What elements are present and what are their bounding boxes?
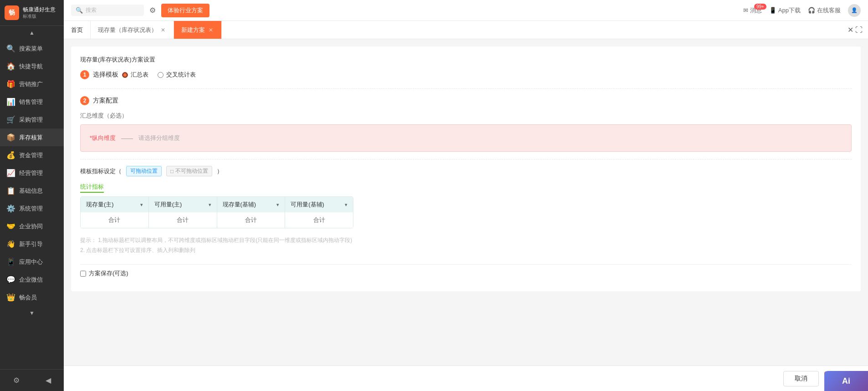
cart-icon: 🛒	[6, 115, 15, 124]
sidebar-item-marketing[interactable]: 🎁 营销推广	[0, 75, 64, 93]
wave-icon: 👋	[6, 240, 15, 248]
main-panel: 现存量(库存状况表)方案设置 1 选择模板 汇总表 交叉统计表	[71, 46, 861, 291]
fixed-tag-icon: □	[170, 168, 174, 175]
online-service-btn[interactable]: 🎧 在线客服	[808, 6, 841, 15]
scroll-up-btn[interactable]: ▲	[27, 28, 36, 38]
step2-header: 2 方案配置	[80, 96, 852, 105]
radio-cross-input[interactable]	[158, 72, 163, 78]
col-header-2[interactable]: 现存量(基辅) ▾	[217, 197, 286, 212]
message-badge: 99+	[754, 4, 766, 10]
sidebar-item-new-guide[interactable]: 👋 新手引导	[0, 235, 64, 253]
gift-icon: 🎁	[6, 80, 15, 88]
inventory-tab-label: 现存量（库存状况表）	[98, 26, 157, 34]
sidebar-item-operations[interactable]: 📈 经营管理	[0, 164, 64, 182]
ai-label: Ai	[842, 376, 850, 386]
col-header-0[interactable]: 现存量(主) ▾	[81, 197, 149, 212]
app-logo-icon: 畅	[5, 5, 19, 20]
template-radio-group: 汇总表 交叉统计表	[122, 71, 196, 79]
trial-button[interactable]: 体验行业方案	[161, 4, 209, 17]
col-dropdown-3[interactable]: ▾	[345, 202, 347, 208]
app-edition: 标准版	[23, 13, 56, 20]
scroll-down-btn[interactable]: ▼	[27, 308, 36, 318]
sidebar-item-app-center[interactable]: 📱 应用中心	[0, 253, 64, 271]
sidebar-item-basic-info[interactable]: 📋 基础信息	[0, 182, 64, 200]
tab-close-inventory[interactable]: ✕	[160, 27, 166, 33]
radio-summary-label: 汇总表	[131, 71, 148, 79]
app-download-btn[interactable]: 📱 App下载	[769, 6, 801, 15]
fixed-tag: □ 不可拖动位置	[166, 166, 212, 176]
cell-1: 合计	[149, 212, 217, 228]
col-dropdown-1[interactable]: ▾	[209, 202, 211, 208]
sidebar-item-inventory[interactable]: 📦 库存核算	[0, 129, 64, 146]
cell-3: 合计	[285, 212, 353, 228]
sidebar-settings-btn[interactable]: ⚙	[10, 373, 22, 387]
handshake-icon: 🤝	[6, 222, 15, 231]
indicators-main-label: 模板指标设定（	[80, 167, 122, 175]
sidebar-item-purchase[interactable]: 🛒 采购管理	[0, 111, 64, 129]
sidebar-collapse-btn[interactable]: ◀	[43, 373, 54, 387]
col-label-2: 现存量(基辅)	[223, 201, 256, 209]
col-header-1[interactable]: 可用量(主) ▾	[149, 197, 217, 212]
indicators-close: ）	[217, 167, 223, 175]
tab-home[interactable]: 首页	[64, 21, 91, 39]
search-menu-icon: 🔍	[6, 44, 15, 53]
content-area: 现存量(库存状况表)方案设置 1 选择模板 汇总表 交叉统计表	[64, 39, 868, 365]
tab-close-all-btn[interactable]: ✕	[848, 26, 853, 34]
trend-icon: 📈	[6, 169, 15, 177]
radio-summary-input[interactable]	[122, 72, 128, 78]
sidebar-item-finance[interactable]: 💰 资金管理	[0, 146, 64, 164]
sidebar-item-member[interactable]: 👑 畅会员	[0, 288, 64, 306]
step2-section: 2 方案配置 汇总维度（必选） *纵向维度 —— 请选择分组维度 模板指标设定（…	[80, 96, 852, 255]
hint-section: 提示： 1.拖动标题栏可以调整布局，不可跨维度或指标区域拖动栏目字段(只能在同一…	[80, 236, 852, 255]
service-icon: 🎧	[808, 7, 815, 14]
sidebar-item-quick-nav[interactable]: 🏠 快捷导航	[0, 57, 64, 75]
sidebar-item-search[interactable]: 🔍 搜索菜单	[0, 40, 64, 57]
aggregate-label: 汇总维度（必选）	[80, 112, 852, 120]
save-option: 方案保存(可选)	[80, 264, 852, 282]
col-header-3[interactable]: 可用量(基辅) ▾	[285, 197, 353, 212]
stats-table-header: 现存量(主) ▾ 可用量(主) ▾ 现存量(基辅) ▾ 可用量(基辅)	[81, 197, 353, 212]
save-checkbox[interactable]	[80, 271, 86, 277]
tab-close-new-plan[interactable]: ✕	[208, 27, 214, 33]
col-dropdown-2[interactable]: ▾	[276, 202, 279, 208]
dimension-separator: ——	[121, 135, 133, 142]
sidebar-item-enterprise-wechat[interactable]: 💬 企业微信	[0, 271, 64, 288]
sidebar-item-system[interactable]: ⚙️ 系统管理	[0, 200, 64, 217]
dimension-box[interactable]: *纵向维度 —— 请选择分组维度	[80, 124, 852, 152]
user-avatar[interactable]: 👤	[848, 4, 861, 17]
tab-inventory-status[interactable]: 现存量（库存状况表） ✕	[91, 21, 174, 39]
cell-0: 合计	[81, 212, 149, 228]
tabbar-expand: ✕ ⛶	[842, 26, 868, 34]
hint-1: 2. 点击标题栏下拉可设置排序、插入列和删除列	[80, 246, 852, 256]
dimension-required-label: *纵向维度	[90, 134, 116, 142]
footer-bar: 取消 查询	[64, 365, 868, 391]
col-label-0: 现存量(主)	[86, 201, 114, 209]
indicators-row: 模板指标设定（ 可拖动位置 □ 不可拖动位置 ）	[80, 166, 852, 176]
sidebar-scroll-bottom[interactable]: ▼	[0, 306, 64, 320]
gear-icon: ⚙️	[6, 204, 15, 213]
col-dropdown-0[interactable]: ▾	[140, 202, 143, 208]
hint-0: 提示： 1.拖动标题栏可以调整布局，不可跨维度或指标区域拖动栏目字段(只能在同一…	[80, 236, 852, 246]
save-label[interactable]: 方案保存(可选)	[89, 269, 128, 278]
topbar-search[interactable]: 🔍 搜索	[71, 5, 144, 16]
message-icon: ✉	[743, 7, 748, 14]
step2-title: 方案配置	[93, 97, 118, 105]
ai-float-button[interactable]: Ai	[824, 371, 868, 391]
message-btn[interactable]: ✉ 消息 99+	[743, 6, 762, 15]
cancel-button[interactable]: 取消	[783, 371, 819, 386]
tab-new-plan[interactable]: 新建方案 ✕	[174, 21, 222, 39]
sidebar-item-enterprise[interactable]: 🤝 企业协同	[0, 217, 64, 235]
sidebar-item-sales[interactable]: 📊 销售管理	[0, 93, 64, 111]
sidebar-logo: 畅 畅康通好生意 标准版	[0, 0, 64, 26]
radio-cross[interactable]: 交叉统计表	[158, 71, 196, 79]
radio-summary[interactable]: 汇总表	[122, 71, 148, 79]
topbar-gear-icon[interactable]: ⚙	[149, 6, 156, 15]
tabbar: 首页 现存量（库存状况表） ✕ 新建方案 ✕ ✕ ⛶	[64, 21, 868, 39]
draggable-tag: 可拖动位置	[126, 166, 162, 176]
sidebar-bottom: ⚙ ◀	[0, 369, 64, 391]
app-name: 畅康通好生意	[23, 6, 56, 14]
sidebar-scroll-top[interactable]: ▲	[0, 26, 64, 40]
tab-fullscreen-btn[interactable]: ⛶	[855, 26, 863, 34]
topbar: 🔍 搜索 ⚙ 体验行业方案 ✉ 消息 99+ 📱 App下载 🎧 在线客服 👤	[64, 0, 868, 21]
page-title: 现存量(库存状况表)方案设置	[80, 56, 852, 64]
